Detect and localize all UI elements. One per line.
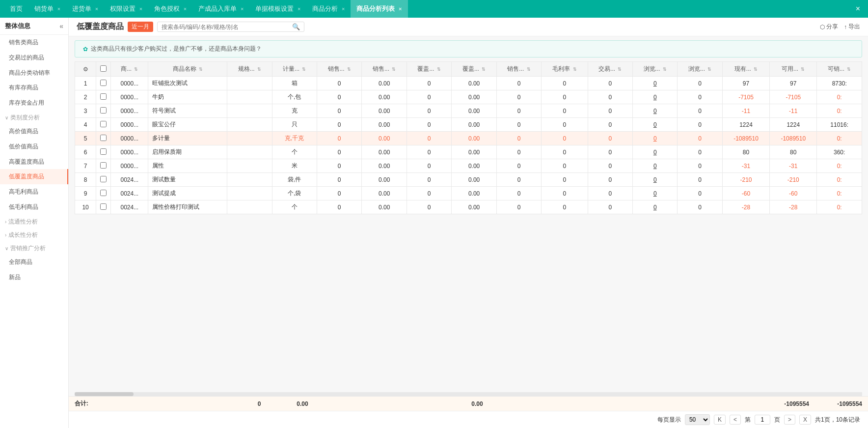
row-checkbox-cell[interactable] <box>96 118 111 132</box>
row-checkbox-cell[interactable] <box>96 132 111 145</box>
settings-icon[interactable]: ⚙ <box>83 66 88 73</box>
unit-column-header[interactable]: 计量... ⇅ <box>272 62 317 77</box>
nav-tab-product-storage[interactable]: 产成品入库单 × <box>192 0 249 18</box>
scrollbar-thumb[interactable] <box>75 392 134 396</box>
cover1-column-header[interactable]: 覆盖... ⇅ <box>407 62 451 77</box>
row-checkbox[interactable] <box>100 107 107 114</box>
row-checkbox[interactable] <box>100 203 107 210</box>
row-checkbox[interactable] <box>100 93 107 100</box>
name-column-header[interactable]: 商品名称 ⇅ <box>148 62 227 77</box>
sidebar-item-new-goods[interactable]: 新品 <box>0 270 68 285</box>
row-checkbox-cell[interactable] <box>96 145 111 159</box>
row-checkbox-cell[interactable] <box>96 173 111 187</box>
sidebar-item-low-coverage[interactable]: 低覆盖度商品 <box>0 169 68 184</box>
row-saleable: 0: <box>817 132 862 145</box>
row-checkbox[interactable] <box>100 176 107 182</box>
sales-qty-column-header[interactable]: 销售... ⇅ <box>317 62 361 77</box>
sidebar-collapse-icon[interactable]: « <box>59 22 63 30</box>
row-browse1[interactable]: 0 <box>633 118 678 132</box>
first-page-button[interactable]: K <box>714 415 726 425</box>
settings-column-header[interactable]: ⚙ <box>75 62 96 77</box>
cover2-column-header[interactable]: 覆盖... ⇅ <box>452 62 496 77</box>
row-checkbox-cell[interactable] <box>96 187 111 200</box>
prev-page-button[interactable]: < <box>730 415 741 425</box>
browse2-column-header[interactable]: 浏览... ⇅ <box>678 62 722 77</box>
row-checkbox-cell[interactable] <box>96 104 111 118</box>
current-stock-column-header[interactable]: 现有... ⇅ <box>722 62 769 77</box>
sales3-column-header[interactable]: 销售... ⇅ <box>496 62 541 77</box>
search-icon[interactable]: 🔍 <box>292 23 300 30</box>
row-browse1[interactable]: 0 <box>633 77 678 90</box>
select-all-checkbox[interactable] <box>100 65 107 72</box>
available-stock-column-header[interactable]: 可用... ⇅ <box>770 62 817 77</box>
page-size-select[interactable]: 50 100 200 <box>685 414 710 425</box>
export-button[interactable]: ↑ 导出 <box>844 23 860 31</box>
sidebar-item-low-profit[interactable]: 低毛利商品 <box>0 200 68 215</box>
sidebar-item-category-rate[interactable]: 商品分类动销率 <box>0 65 68 81</box>
saleable-column-header[interactable]: 可销... ⇅ <box>817 62 862 77</box>
row-browse1[interactable]: 0 <box>633 159 678 173</box>
nav-tab-purchase[interactable]: 进货单 × <box>66 0 104 18</box>
sidebar-item-high-value[interactable]: 高价值商品 <box>0 124 68 139</box>
sidebar-section-marketing[interactable]: ∨ 营销推广分析 <box>0 241 68 255</box>
row-browse1[interactable]: 0 <box>633 173 678 187</box>
sidebar-item-all-goods[interactable]: 全部商品 <box>0 255 68 270</box>
row-browse1[interactable]: 0 <box>633 145 678 159</box>
gross-margin-column-header[interactable]: 毛利率 ⇅ <box>542 62 588 77</box>
nav-tab-analysis[interactable]: 商品分析 × <box>306 0 351 18</box>
nav-tab-analysis-list[interactable]: 商品分析列表 × <box>351 0 407 18</box>
transaction-column-header[interactable]: 交易... ⇅ <box>588 62 632 77</box>
close-tab-purchase[interactable]: × <box>95 6 98 12</box>
sidebar-item-low-value[interactable]: 低价值商品 <box>0 139 68 154</box>
sales-amt-column-header[interactable]: 销售... ⇅ <box>362 62 407 77</box>
checkbox-column-header[interactable] <box>96 62 111 77</box>
close-tab-roles[interactable]: × <box>184 6 187 12</box>
sidebar-section-circulation[interactable]: › 流通性分析 <box>0 215 68 228</box>
sidebar-item-sales-goods[interactable]: 销售类商品 <box>0 35 68 50</box>
row-browse1[interactable]: 0 <box>633 104 678 118</box>
row-checkbox[interactable] <box>100 162 107 169</box>
last-page-button[interactable]: X <box>799 415 811 425</box>
row-browse1[interactable]: 0 <box>633 132 678 145</box>
row-browse1[interactable]: 0 <box>633 187 678 200</box>
code-column-header[interactable]: 商... ⇅ <box>111 62 148 77</box>
nav-tab-sales[interactable]: 销货单 × <box>28 0 66 18</box>
row-checkbox[interactable] <box>100 121 107 127</box>
sidebar-section-category[interactable]: ∨ 类别度分析 <box>0 111 68 124</box>
nav-tab-template[interactable]: 单据模板设置 × <box>249 0 306 18</box>
row-checkbox[interactable] <box>100 148 107 155</box>
share-button[interactable]: ⬡ 分享 <box>820 23 838 31</box>
row-browse1[interactable]: 0 <box>633 200 678 214</box>
browse1-column-header[interactable]: 浏览... ⇅ <box>633 62 678 77</box>
row-browse1[interactable]: 0 <box>633 90 678 104</box>
window-close-button[interactable]: × <box>852 2 864 15</box>
nav-tab-home[interactable]: 首页 <box>4 0 28 18</box>
row-checkbox-cell[interactable] <box>96 159 111 173</box>
nav-tab-permissions[interactable]: 权限设置 × <box>104 0 148 18</box>
sidebar-section-growth[interactable]: › 成长性分析 <box>0 228 68 241</box>
close-tab-analysis-list[interactable]: × <box>399 6 402 12</box>
row-checkbox[interactable] <box>100 190 107 196</box>
close-tab-analysis[interactable]: × <box>342 6 345 12</box>
nav-tab-roles[interactable]: 角色授权 × <box>148 0 192 18</box>
row-checkbox[interactable] <box>100 80 107 86</box>
close-tab-sales[interactable]: × <box>57 6 60 12</box>
close-tab-product-storage[interactable]: × <box>241 6 244 12</box>
row-checkbox-cell[interactable] <box>96 90 111 104</box>
search-input[interactable] <box>162 24 292 30</box>
horizontal-scrollbar[interactable] <box>75 392 862 396</box>
sidebar-item-stock-goods[interactable]: 有库存商品 <box>0 80 68 95</box>
sidebar-item-high-coverage[interactable]: 高覆盖度商品 <box>0 154 68 170</box>
spec-column-header[interactable]: 规格... ⇅ <box>227 62 272 77</box>
row-checkbox-cell[interactable] <box>96 200 111 214</box>
row-checkbox[interactable] <box>100 135 107 141</box>
sidebar-item-high-profit[interactable]: 高毛利商品 <box>0 184 68 200</box>
page-number-input[interactable] <box>755 415 770 425</box>
sidebar-item-traded-goods[interactable]: 交易过的商品 <box>0 50 68 65</box>
close-tab-permissions[interactable]: × <box>139 6 142 12</box>
row-checkbox-cell[interactable] <box>96 77 111 90</box>
date-filter-button[interactable]: 近一月 <box>128 22 153 32</box>
next-page-button[interactable]: > <box>784 415 795 425</box>
close-tab-template[interactable]: × <box>298 6 300 12</box>
sidebar-item-stock-capital[interactable]: 库存资金占用 <box>0 95 68 111</box>
